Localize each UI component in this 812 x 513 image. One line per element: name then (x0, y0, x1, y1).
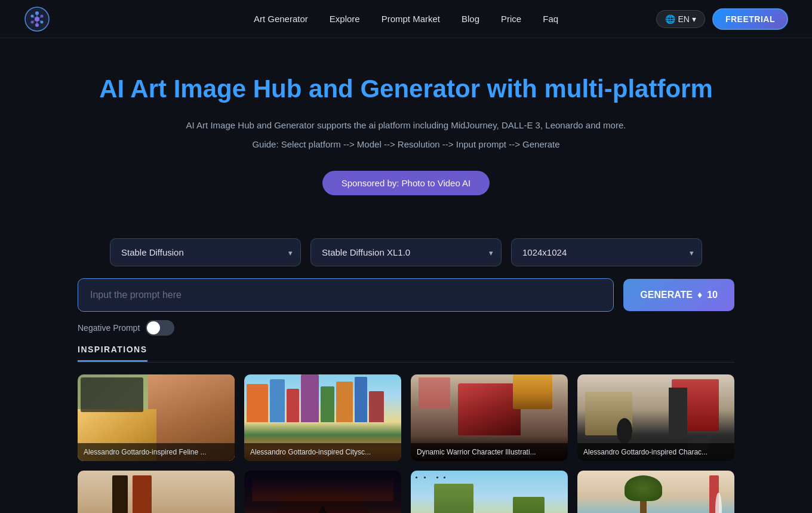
gallery-item[interactable]: Alessandro Gottardo-inspired Person ... (78, 471, 235, 513)
platform-dropdown-wrapper: Stable Diffusion MidJourney DALL-E 3 Leo… (110, 238, 301, 266)
gallery-item[interactable]: Alessandro Gottardo-inspired Citysc... (244, 374, 401, 461)
nav-explore[interactable]: Explore (330, 14, 360, 24)
resolution-select[interactable]: 1024x1024 512x512 768x768 1280x720 (511, 238, 702, 266)
nav-links: Art Generator Explore Prompt Market Blog… (254, 14, 558, 24)
gallery-item[interactable]: Alessandro Gottardo-inspired Feline ... (78, 374, 235, 461)
hero-title: AI Art Image Hub and Generator with mult… (24, 74, 788, 104)
free-trial-button[interactable]: FREETRIAL (712, 8, 788, 30)
model-dropdown-wrapper: Stable Diffusion XL1.0 Stable Diffusion … (310, 238, 502, 266)
hero-subtitle2: Guide: Select platform --> Model --> Res… (24, 137, 788, 152)
navbar: Art Generator Explore Prompt Market Blog… (0, 0, 812, 38)
negative-prompt-row: Negative Prompt (54, 312, 758, 344)
diamond-icon: ♦ (697, 290, 702, 300)
inspirations-divider (78, 362, 734, 363)
nav-price[interactable]: Price (501, 14, 521, 24)
gallery-caption: Alessandro Gottardo-inspired Charac... (577, 443, 734, 461)
model-select[interactable]: Stable Diffusion XL1.0 Stable Diffusion … (310, 238, 502, 266)
inspirations-header: INSPIRATIONS (78, 344, 734, 362)
hero-section: AI Art Image Hub and Generator with mult… (0, 38, 812, 238)
gallery-caption: Alessandro Gottardo-inspired Feline ... (78, 443, 235, 461)
language-label: EN (678, 14, 689, 24)
chevron-down-icon: ▾ (692, 14, 696, 24)
generate-label: GENERATE (640, 290, 693, 300)
nav-faq[interactable]: Faq (543, 14, 558, 24)
globe-icon: 🌐 (665, 14, 675, 24)
gallery-item[interactable]: Alessandro Gottardo-inspired Charac... (577, 374, 734, 461)
hero-subtitle1: AI Art Image Hub and Generator supports … (24, 118, 788, 133)
toggle-knob (147, 321, 160, 334)
prompt-input[interactable] (78, 278, 614, 312)
gallery-item[interactable]: Dynamic Warrior Character Illustrati... (411, 374, 568, 461)
generate-button[interactable]: GENERATE ♦ 10 (623, 279, 734, 311)
svg-point-1 (35, 17, 39, 21)
dropdowns-row: Stable Diffusion MidJourney DALL-E 3 Leo… (0, 238, 812, 266)
platform-select[interactable]: Stable Diffusion MidJourney DALL-E 3 Leo… (110, 238, 301, 266)
gallery-item[interactable]: Surreal Tree Reflection Landscape (577, 471, 734, 513)
negative-prompt-label: Negative Prompt (78, 323, 140, 333)
resolution-dropdown-wrapper: 1024x1024 512x512 768x768 1280x720 ▾ (511, 238, 702, 266)
nav-right: 🌐 EN ▾ FREETRIAL (656, 8, 788, 30)
inspirations-section: INSPIRATIONS Alessandro Gottardo-inspire… (54, 344, 758, 513)
nav-prompt-market[interactable]: Prompt Market (382, 14, 440, 24)
sponsor-button[interactable]: Sponsored by: Photo to Video AI (322, 171, 490, 195)
generate-credits: 10 (707, 290, 718, 300)
nav-blog[interactable]: Blog (462, 14, 479, 24)
language-selector[interactable]: 🌐 EN ▾ (656, 10, 705, 28)
gallery-item[interactable]: Dark Forest Gate Illustration (244, 471, 401, 513)
negative-prompt-toggle[interactable] (146, 320, 174, 336)
logo[interactable] (24, 6, 50, 32)
gallery-item[interactable]: Peaceful Church in Alpine Landscape (411, 471, 568, 513)
gallery-grid: Alessandro Gottardo-inspired Feline ... … (78, 374, 734, 513)
inspirations-title: INSPIRATIONS (78, 345, 147, 362)
nav-art-generator[interactable]: Art Generator (254, 14, 308, 24)
gallery-caption: Alessandro Gottardo-inspired Citysc... (244, 443, 401, 461)
prompt-row: GENERATE ♦ 10 (54, 278, 758, 312)
gallery-caption: Dynamic Warrior Character Illustrati... (411, 443, 568, 461)
